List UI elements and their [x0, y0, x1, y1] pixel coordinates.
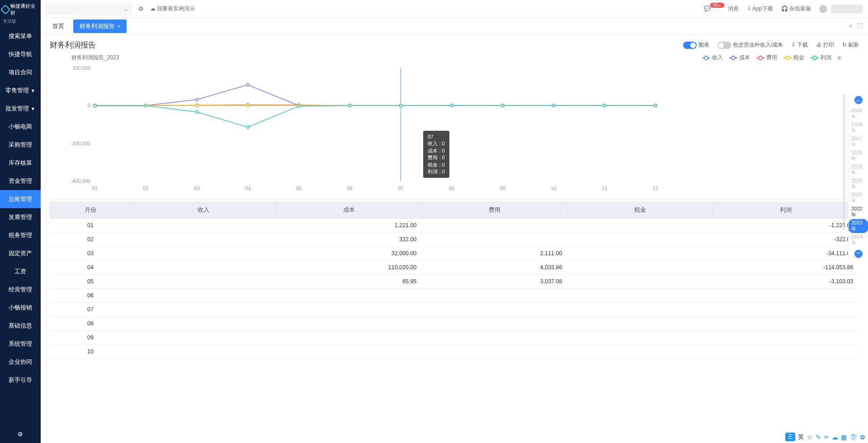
download-icon: ⇩: [791, 42, 796, 48]
svg-text:12: 12: [653, 186, 658, 191]
svg-text:01: 01: [92, 186, 98, 191]
chevron-down-icon: ⌄: [124, 6, 128, 12]
legend-item[interactable]: .leg-mark[style*="#ff6b6b"]::after{borde…: [756, 54, 777, 62]
year-rail: ︽ 2015年2016年2017年2018年2019年2020年2021年202…: [848, 93, 868, 261]
chat-icon: 💬: [704, 5, 711, 12]
sidebar-item-16[interactable]: 基础信息: [0, 317, 41, 335]
toggle-extra[interactable]: 包含营业外收入/成本: [717, 41, 783, 49]
table-row: 011,221.00-1,221.00: [50, 219, 859, 233]
sidebar-item-11[interactable]: 税务管理: [0, 226, 41, 244]
download-button[interactable]: ⇩ 下载: [791, 41, 808, 49]
sidebar-item-7[interactable]: 库存核算: [0, 154, 41, 172]
sidebar-item-12[interactable]: 固定资产: [0, 244, 41, 262]
svg-point-56: [246, 104, 249, 107]
year-item[interactable]: 2015年: [849, 107, 868, 121]
gear-icon[interactable]: ⚙: [138, 5, 144, 12]
messages-link[interactable]: 💬 99＋ 消息: [704, 5, 739, 13]
resize-handle[interactable]: [843, 95, 845, 231]
avatar[interactable]: [819, 5, 863, 14]
sidebar-item-6[interactable]: 采购管理: [0, 136, 41, 154]
sidebar-item-10[interactable]: 发票管理: [0, 208, 41, 226]
year-item[interactable]: 2021年: [849, 191, 868, 205]
sidebar-item-2[interactable]: 项目合同: [0, 63, 41, 81]
toggle-chart[interactable]: 图表: [683, 41, 709, 49]
gear-icon[interactable]: ✿: [860, 433, 865, 441]
svg-point-73: [501, 104, 504, 107]
grid-icon[interactable]: ▦: [841, 433, 847, 441]
expand-icon[interactable]: ⛶: [857, 23, 863, 29]
sidebar: 畅捷通好业财 专业版 搜索菜单快捷导航项目合同零售管理▼批发管理▼小畅电商采购管…: [0, 0, 41, 443]
sidebar-item-17[interactable]: 系统管理: [0, 335, 41, 353]
shirt-icon[interactable]: 👕: [849, 433, 857, 441]
sidebar-item-4[interactable]: 批发管理▼: [0, 100, 41, 118]
year-item[interactable]: 2018年: [849, 149, 868, 163]
sidebar-item-15[interactable]: 小畅报销: [0, 299, 41, 317]
svg-point-76: [654, 104, 657, 107]
topbar: ⌄ ⚙ ☁ 我要看实例演示 💬 99＋ 消息 ⇩ App下载 🎧: [41, 0, 868, 18]
chart-legend: .leg-mark[style*="#4a90ff"]::after{borde…: [702, 54, 841, 62]
ime-engine[interactable]: 王: [785, 433, 795, 441]
legend-item[interactable]: .leg-mark[style*="#8a6cff"]::after{borde…: [729, 54, 750, 62]
sidebar-item-8[interactable]: 资金管理: [0, 172, 41, 190]
svg-point-69: [297, 105, 300, 108]
data-table: 月份收入成本费用税金利润 011,221.00-1,221.0002322.00…: [50, 202, 859, 359]
col-header: 月份: [50, 202, 131, 219]
sidebar-item-19[interactable]: 新手引导: [0, 371, 41, 389]
close-all-icon[interactable]: ×: [849, 23, 852, 29]
sidebar-item-3[interactable]: 零售管理▼: [0, 81, 41, 100]
download-link[interactable]: ⇩ App下载: [747, 5, 773, 13]
year-item[interactable]: 2020年: [849, 177, 868, 191]
service-link[interactable]: 🎧 在线客服: [781, 5, 811, 13]
legend-item[interactable]: .leg-mark[style*="#4a90ff"]::after{borde…: [702, 54, 723, 62]
print-button[interactable]: 🖨 打印: [816, 41, 834, 49]
refresh-button[interactable]: ↻ 刷新: [842, 41, 859, 49]
sidebar-item-9[interactable]: 总账管理: [0, 190, 41, 208]
demo-link[interactable]: ☁ 我要看实例演示: [150, 5, 195, 13]
year-item[interactable]: 2017年: [849, 135, 868, 149]
col-header: 税金: [567, 202, 713, 219]
table-row: 10: [50, 345, 859, 359]
svg-text:06: 06: [347, 186, 353, 191]
svg-text:07: 07: [398, 186, 403, 191]
year-item[interactable]: 2019年: [849, 163, 868, 177]
gear-icon: ⚙: [18, 431, 23, 438]
svg-point-70: [349, 104, 351, 107]
sidebar-item-13[interactable]: 工资: [0, 262, 41, 281]
table-row: 07: [50, 303, 859, 317]
brand-name: 畅捷通好业财: [10, 3, 39, 16]
year-item[interactable]: 2016年: [849, 121, 868, 135]
col-header: 收入: [131, 202, 276, 219]
scroll-up-icon[interactable]: ︽: [854, 96, 863, 104]
year-item[interactable]: 2023年: [849, 219, 868, 233]
cloud-icon: ☁: [150, 5, 156, 12]
svg-text:-200,000: -200,000: [71, 141, 90, 146]
scroll-down-icon[interactable]: ︾: [854, 250, 863, 258]
svg-text:05: 05: [296, 186, 302, 191]
cloud-icon[interactable]: ☁: [832, 433, 838, 441]
year-item[interactable]: 2022年: [849, 205, 868, 219]
legend-item[interactable]: .leg-mark[style*="#f5c518"]::after{borde…: [783, 54, 804, 62]
edit-icon[interactable]: ✎: [816, 433, 821, 441]
close-icon[interactable]: ×: [118, 24, 120, 29]
sidebar-item-1[interactable]: 快捷导航: [0, 45, 41, 63]
table-row: 0565.953,037.08-3,103.03: [50, 275, 859, 289]
tab-report[interactable]: 财务利润报告 ×: [73, 19, 127, 33]
org-selector[interactable]: ⌄: [46, 3, 132, 15]
tab-home[interactable]: 首页: [46, 19, 71, 33]
svg-text:10: 10: [551, 186, 556, 191]
settings-button[interactable]: ⚙: [0, 425, 41, 443]
year-item[interactable]: 2024年: [849, 233, 868, 247]
user-icon: [819, 5, 827, 13]
sidebar-item-5[interactable]: 小畅电商: [0, 118, 41, 136]
smile-icon[interactable]: ☺: [807, 433, 813, 441]
brand-logo: 畅捷通好业财: [0, 0, 41, 19]
legend-expand-icon[interactable]: ≡: [838, 55, 841, 61]
sidebar-item-18[interactable]: 企业协同: [0, 353, 41, 371]
legend-item[interactable]: .leg-mark[style*="#2ec7b6"]::after{borde…: [811, 54, 831, 62]
ime-lang[interactable]: 英: [798, 433, 804, 441]
svg-text:04: 04: [245, 186, 250, 191]
sidebar-item-0[interactable]: 搜索菜单: [0, 27, 41, 45]
scissors-icon[interactable]: ✂: [824, 433, 829, 441]
sidebar-item-14[interactable]: 经营管理: [0, 281, 41, 299]
col-header: 成本: [276, 202, 422, 219]
